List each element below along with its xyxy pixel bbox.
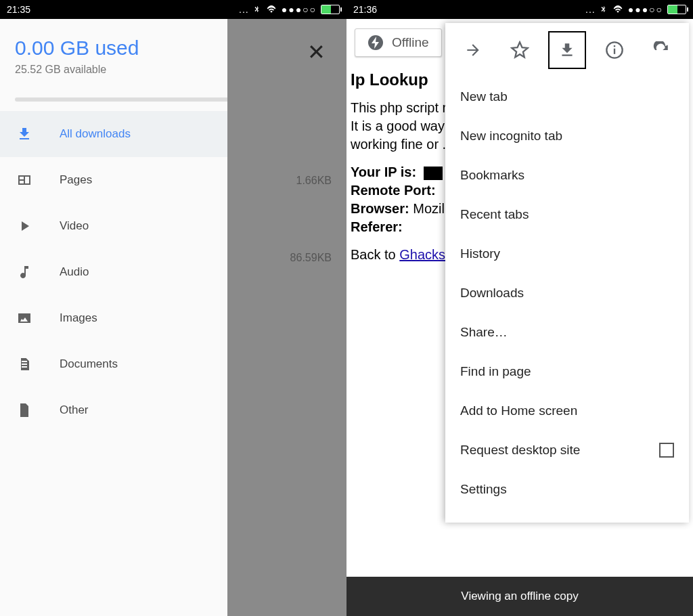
wifi-icon [612,5,624,14]
status-bar-left: 21:35 ... ●●●○○ [0,0,346,19]
status-indicators: ... ●●●○○ [585,4,686,15]
nav-label: Documents [60,357,118,371]
nav-label: Images [60,311,97,325]
status-indicators: ... ●●●○○ [239,4,340,15]
signal-dots-icon: ●●●○○ [628,4,663,15]
bolt-icon [367,35,384,51]
offline-chip[interactable]: Offline [355,28,442,57]
bluetooth-icon [253,4,261,15]
wifi-icon [265,5,277,14]
right-phone: 21:36 ... ●●●○○ Offline Ip Lookup This p… [346,0,693,616]
menu-bookmarks[interactable]: Bookmarks [445,156,689,195]
menu-recent-tabs[interactable]: Recent tabs [445,195,689,234]
menu-history[interactable]: History [445,234,689,273]
close-icon[interactable]: ✕ [307,39,326,65]
nav-label: Pages [60,173,92,187]
file-size-label: 86.59KB [290,252,332,264]
arrow-forward-icon [464,41,482,59]
document-icon [15,356,34,372]
toast-text: Viewing an offline copy [461,590,578,603]
menu-incognito[interactable]: New incognito tab [445,116,689,156]
menu-desktop-site[interactable]: Request desktop site [445,431,689,470]
offline-chip-label: Offline [392,35,429,50]
nav-label: Other [60,403,89,417]
status-bar-right: 21:36 ... ●●●○○ [346,0,693,19]
image-icon [15,310,34,326]
file-icon [15,402,34,418]
battery-icon [321,5,340,14]
bluetooth-icon [600,4,608,15]
menu-find-in-page[interactable]: Find in page [445,352,689,391]
status-time: 21:36 [353,4,377,15]
nav-label: Audio [60,265,89,279]
menu-settings[interactable]: Settings [445,470,689,509]
nav-label: Video [60,219,89,233]
star-icon [510,41,529,60]
play-icon [15,218,34,234]
battery-icon [667,5,686,14]
left-phone: 21:35 ... ●●●○○ 0.00 GB used 25.52 GB av… [0,0,346,616]
svg-rect-2 [613,49,614,54]
file-size-label: 1.66KB [296,175,332,187]
dimmed-list-area: ✕ 1.66KB 86.59KB [227,19,346,616]
status-time: 21:35 [7,4,30,15]
nav-label: All downloads [60,127,131,141]
more-dots-icon: ... [585,4,596,15]
music-note-icon [15,264,34,280]
menu-share[interactable]: Share… [445,313,689,352]
info-icon [605,41,624,60]
forward-button[interactable] [454,31,492,69]
pages-icon [15,172,34,188]
download-icon [15,126,34,142]
svg-rect-3 [613,45,614,47]
refresh-icon [652,41,670,59]
menu-add-home[interactable]: Add to Home screen [445,391,689,431]
desktop-site-checkbox[interactable] [659,443,674,458]
signal-dots-icon: ●●●○○ [282,4,317,15]
back-link[interactable]: Ghacks [399,247,445,262]
download-page-button[interactable] [548,31,586,69]
overflow-menu: New tab New incognito tab Bookmarks Rece… [445,23,689,523]
menu-downloads[interactable]: Downloads [445,273,689,313]
bookmark-button[interactable] [501,31,539,69]
offline-toast: Viewing an offline copy [346,577,693,616]
download-icon [558,41,576,59]
reload-button[interactable] [642,31,680,69]
redacted-ip [424,167,443,180]
more-dots-icon: ... [239,4,249,15]
page-info-button[interactable] [596,31,633,69]
menu-new-tab[interactable]: New tab [445,77,689,116]
